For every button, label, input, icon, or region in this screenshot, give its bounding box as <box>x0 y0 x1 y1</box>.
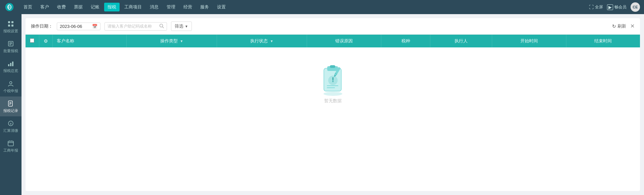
batch-tax-icon <box>7 40 14 47</box>
fullscreen-label: 全屏 <box>595 4 603 10</box>
svg-rect-9 <box>8 64 9 66</box>
sidebar-label-tax-settings: 报税设置 <box>3 29 18 33</box>
sidebar-item-tax-settings[interactable]: 报税设置 <box>0 17 22 37</box>
refresh-label: 刷新 <box>617 23 626 29</box>
svg-rect-2 <box>11 21 13 23</box>
sidebar-item-tax-records[interactable]: 报税记录 <box>0 96 22 116</box>
nav-manage[interactable]: 管理 <box>163 3 179 11</box>
nav-tax[interactable]: 报税 <box>104 3 120 11</box>
search-icon[interactable] <box>159 24 164 29</box>
nav-client[interactable]: 客户 <box>37 3 52 11</box>
calendar-icon: 📅 <box>92 24 97 29</box>
nav-service[interactable]: 服务 <box>197 3 212 11</box>
tax-overview-icon <box>7 60 14 67</box>
th-checkbox[interactable] <box>26 35 39 47</box>
nav-home[interactable]: 首页 <box>20 3 36 11</box>
nav-bookkeeping[interactable]: 记账 <box>87 3 103 11</box>
settings-icon: ⚙ <box>44 38 48 44</box>
nav-business[interactable]: 工商项目 <box>121 3 145 11</box>
main-layout: 报税设置 批量报税 报税总览 <box>0 14 644 195</box>
sidebar-item-tax-overview[interactable]: 报税总览 <box>0 56 22 76</box>
sidebar-label-batch-tax: 批量报税 <box>3 49 18 53</box>
user-initials: CE <box>633 5 638 9</box>
select-all-checkbox[interactable] <box>30 38 34 43</box>
sidebar-item-annual-report[interactable]: 工商年报 <box>0 136 22 156</box>
empty-illustration: ! <box>314 61 351 98</box>
table-container: ⚙ 客户名称 操作类型 ▼ 执行状态 ▼ <box>26 35 640 191</box>
nav-fee[interactable]: 收费 <box>54 3 69 11</box>
th-client-name: 客户名称 <box>52 35 127 47</box>
date-picker[interactable]: 📅 <box>57 23 100 30</box>
annual-report-icon <box>7 140 14 147</box>
svg-rect-11 <box>12 62 13 66</box>
refresh-button[interactable]: ↻ 刷新 <box>612 23 626 29</box>
toolbar-right: ↻ 刷新 ✕ <box>612 23 635 29</box>
settlement-icon: ¥ <box>7 120 14 127</box>
empty-state: ! <box>26 47 640 111</box>
svg-text:!: ! <box>332 76 334 83</box>
search-input[interactable] <box>108 24 158 29</box>
filter-label: 筛选 <box>175 23 183 29</box>
nav-items: 首页 客户 收费 票据 记账 报税 工商项目 消息 管理 经营 服务 设置 <box>20 3 589 11</box>
nav-settings[interactable]: 设置 <box>214 3 229 11</box>
refresh-icon: ↻ <box>612 24 616 29</box>
top-nav-right: ⛶ 全屏 ▶ 畅会员 CE <box>589 2 640 12</box>
svg-line-24 <box>163 27 164 28</box>
sidebar-label-tax-overview: 报税总览 <box>3 69 18 73</box>
member-button[interactable]: ▶ 畅会员 <box>607 4 627 10</box>
sort-icon-operation: ▼ <box>180 39 183 43</box>
sidebar-item-settlement[interactable]: ¥ 汇算清缴 <box>0 116 22 136</box>
nav-message[interactable]: 消息 <box>146 3 162 11</box>
tax-records-icon <box>7 100 14 107</box>
th-executor: 执行人 <box>430 35 492 47</box>
date-label: 操作日期： <box>31 23 53 29</box>
svg-point-25 <box>324 92 342 96</box>
empty-state-row: ! <box>26 47 640 111</box>
tax-settings-icon <box>7 20 14 28</box>
sidebar: 报税设置 批量报税 报税总览 <box>0 14 22 195</box>
chevron-down-icon: ▼ <box>185 25 188 28</box>
th-error-reason: 错误原因 <box>307 35 381 47</box>
app-logo[interactable] <box>4 2 15 12</box>
svg-rect-1 <box>8 21 10 23</box>
th-exec-status[interactable]: 执行状态 ▼ <box>217 35 307 47</box>
th-settings[interactable]: ⚙ <box>39 35 52 47</box>
th-operation-type[interactable]: 操作类型 ▼ <box>127 35 217 47</box>
date-input[interactable] <box>60 24 90 29</box>
search-box[interactable] <box>104 22 167 31</box>
svg-rect-4 <box>11 25 13 27</box>
personal-tax-icon <box>7 80 14 87</box>
member-icon: ▶ <box>607 4 613 10</box>
nav-operation[interactable]: 经营 <box>180 3 196 11</box>
sidebar-item-personal-tax[interactable]: 个税申报 <box>0 77 22 96</box>
sidebar-label-annual-report: 工商年报 <box>3 148 18 153</box>
svg-rect-19 <box>8 141 13 146</box>
sidebar-label-tax-records: 报税记录 <box>3 109 18 113</box>
fullscreen-icon: ⛶ <box>589 4 594 10</box>
svg-rect-10 <box>10 63 11 66</box>
th-end-time: 结束时间 <box>566 35 640 47</box>
filter-button[interactable]: 筛选 ▼ <box>171 22 192 31</box>
svg-point-12 <box>10 81 12 84</box>
empty-text: 暂无数据 <box>324 98 342 104</box>
member-label: 畅会员 <box>614 4 627 10</box>
content-area: 操作日期： 📅 筛选 ▼ ↻ <box>22 14 644 195</box>
nav-ticket[interactable]: 票据 <box>71 3 86 11</box>
sidebar-label-settlement: 汇算清缴 <box>3 128 18 133</box>
sidebar-label-personal-tax: 个税申报 <box>3 89 18 93</box>
th-tax-type: 税种 <box>381 35 430 47</box>
sidebar-item-batch-tax[interactable]: 批量报税 <box>0 37 22 56</box>
top-nav: 首页 客户 收费 票据 记账 报税 工商项目 消息 管理 经营 服务 设置 ⛶ … <box>0 0 644 14</box>
fullscreen-button[interactable]: ⛶ 全屏 <box>589 4 603 10</box>
toolbar: 操作日期： 📅 筛选 ▼ ↻ <box>26 18 640 35</box>
records-table: ⚙ 客户名称 操作类型 ▼ 执行状态 ▼ <box>26 35 640 111</box>
user-avatar[interactable]: CE <box>631 2 640 12</box>
sort-icon-status: ▼ <box>270 39 273 43</box>
svg-rect-3 <box>8 25 10 27</box>
svg-rect-28 <box>330 65 335 68</box>
close-button[interactable]: ✕ <box>630 24 635 29</box>
svg-text:¥: ¥ <box>9 122 12 125</box>
table-header-row: ⚙ 客户名称 操作类型 ▼ 执行状态 ▼ <box>26 35 640 47</box>
th-start-time: 开始时间 <box>492 35 566 47</box>
